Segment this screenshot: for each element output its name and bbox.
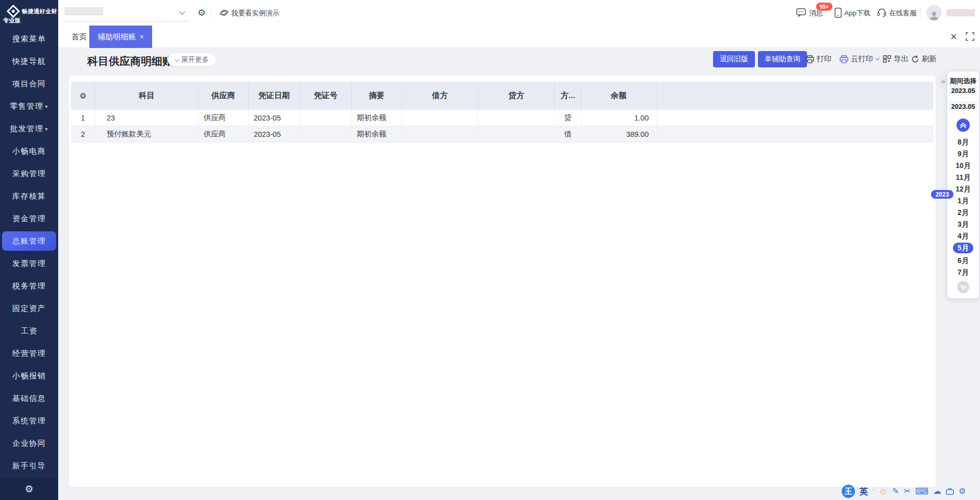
gear-icon[interactable]: ⚙: [959, 487, 966, 495]
back-to-old-version-button[interactable]: 退回旧版: [713, 51, 755, 67]
month-item[interactable]: 11月: [947, 172, 979, 183]
scissors-icon[interactable]: ✂: [904, 487, 911, 495]
org-selector-redacted[interactable]: [64, 7, 103, 15]
table-header-row: ⚙ 科目 供应商 凭证日期 凭证号 摘要 借方 贷方 方... 余额: [71, 82, 934, 110]
expand-more-button[interactable]: 展开更多: [167, 53, 216, 66]
month-item[interactable]: 3月: [947, 219, 979, 230]
double-chevron-down-icon: [960, 284, 967, 290]
cell-subject: 预付账款美元: [95, 126, 199, 142]
single-aux-query-button[interactable]: 单辅助查询: [758, 51, 807, 67]
month-item[interactable]: 9月: [947, 149, 979, 159]
sidebar-item-general-ledger[interactable]: 总账管理: [0, 230, 58, 252]
printer-icon: [805, 55, 814, 63]
sidebar-item-project-contract[interactable]: 项目合同: [0, 73, 58, 95]
toolbox-icon[interactable]: [946, 488, 954, 495]
sidebar-item-search-menu[interactable]: 搜索菜单: [0, 28, 58, 50]
table-row[interactable]: 2 预付账款美元 供应商 2023-05 期初余额 借 389.00: [71, 126, 934, 142]
period-range-start[interactable]: 2023.05: [949, 85, 977, 96]
cell-balance: 389.00: [581, 126, 656, 142]
cloud-print-button[interactable]: 云打印: [840, 54, 879, 64]
fullscreen-icon[interactable]: [966, 32, 974, 41]
sidebar-item-expense[interactable]: 小畅报销: [0, 365, 58, 387]
period-range-divider: [963, 97, 963, 100]
cell-filler: [656, 110, 934, 126]
year-badge: 2023: [931, 190, 953, 199]
main-content: 科目供应商明细账 展开更多 退回旧版 单辅助查询 打印 云打印 导出: [58, 48, 980, 500]
demo-link[interactable]: 我要看实例演示: [231, 9, 280, 18]
sidebar-item-operations[interactable]: 经营管理: [0, 342, 58, 365]
person-icon: [928, 10, 940, 20]
keyboard-icon[interactable]: ⌨: [915, 487, 928, 496]
chevron-down-icon: [875, 56, 879, 60]
caret-down-icon: ▾: [45, 104, 48, 109]
phone-icon[interactable]: [835, 8, 842, 18]
sidebar-item-invoice[interactable]: 发票管理: [0, 252, 58, 275]
sidebar-item-collaboration[interactable]: 企业协同: [0, 432, 58, 455]
col-voucher-date[interactable]: 凭证日期: [249, 82, 300, 110]
period-range-end[interactable]: 2023.05: [949, 101, 977, 111]
ime-logo[interactable]: 王: [842, 485, 855, 498]
sidebar-settings-button[interactable]: ⚙: [0, 478, 58, 500]
sidebar-item-payroll[interactable]: 工资: [0, 320, 58, 342]
cell-credit: [478, 126, 555, 142]
cell-summary: 期初余额: [352, 126, 402, 142]
sidebar-item-beginner-guide[interactable]: 新手引导: [0, 455, 58, 477]
month-item[interactable]: 8月: [947, 137, 979, 148]
column-settings-gear-icon[interactable]: ⚙: [71, 82, 95, 110]
col-direction[interactable]: 方...: [555, 82, 581, 110]
cloud-icon[interactable]: ☁: [933, 487, 941, 495]
month-item[interactable]: 10月: [947, 160, 979, 171]
online-support-link[interactable]: 在线客服: [889, 9, 917, 18]
sidebar-item-ecommerce[interactable]: 小畅电商: [0, 140, 58, 162]
sidebar-item-quick-nav[interactable]: 快捷导航: [0, 50, 58, 73]
col-credit[interactable]: 贷方: [478, 82, 555, 110]
sidebar-item-system[interactable]: 系统管理: [0, 410, 58, 432]
app-download-link[interactable]: App下载: [844, 9, 870, 18]
sidebar-item-retail[interactable]: 零售管理▾: [0, 95, 58, 117]
sidebar-item-purchase[interactable]: 采购管理: [0, 162, 58, 185]
col-subject[interactable]: 科目: [95, 82, 199, 110]
col-supplier[interactable]: 供应商: [199, 82, 249, 110]
month-item[interactable]: 7月: [947, 267, 979, 278]
close-tab-icon[interactable]: ×: [139, 33, 143, 41]
message-bubble-icon[interactable]: [796, 8, 806, 17]
ime-apostrophe-icon[interactable]: ’: [873, 488, 874, 495]
export-button[interactable]: 导出: [883, 54, 909, 64]
scroll-down-button[interactable]: [957, 281, 969, 293]
pencil-icon[interactable]: ✎: [892, 487, 899, 495]
col-voucher-no[interactable]: 凭证号: [300, 82, 352, 110]
col-debit[interactable]: 借方: [402, 82, 478, 110]
col-summary[interactable]: 摘要: [352, 82, 402, 110]
smiley-icon[interactable]: ☺: [879, 487, 888, 496]
ime-language-toggle[interactable]: 英: [860, 486, 868, 497]
export-icon: [883, 55, 891, 63]
row-number: 1: [71, 110, 95, 126]
gear-icon[interactable]: ⚙: [198, 7, 206, 18]
scroll-up-button[interactable]: [957, 118, 970, 132]
headset-icon[interactable]: [877, 8, 887, 17]
sidebar-item-funds[interactable]: 资金管理: [0, 207, 58, 230]
close-icon[interactable]: ×: [950, 29, 957, 44]
ledger-card: ⚙ 科目 供应商 凭证日期 凭证号 摘要 借方 贷方 方... 余额 1 23 …: [69, 76, 936, 487]
ime-toolbar: 王 英 ’ ☺ ✎ ✂ ⌨ ☁ ⚙: [842, 484, 966, 498]
avatar[interactable]: [926, 5, 942, 20]
sidebar-item-fixed-assets[interactable]: 固定资产: [0, 297, 58, 320]
chevron-down-icon[interactable]: [179, 9, 185, 14]
tab-aux-detail-ledger[interactable]: 辅助明细账 ×: [89, 26, 152, 48]
refresh-button[interactable]: 刷新: [911, 54, 937, 64]
cell-subject: 23: [95, 110, 199, 126]
row-number: 2: [71, 126, 95, 142]
month-item[interactable]: 4月: [947, 231, 979, 242]
month-item-selected[interactable]: 5月: [953, 243, 973, 253]
sidebar-item-tax[interactable]: 税务管理: [0, 275, 58, 297]
col-balance[interactable]: 余额: [581, 82, 656, 110]
table-row[interactable]: 1 23 供应商 2023-05 期初余额 贷 1.00: [71, 110, 934, 126]
print-button[interactable]: 打印: [805, 54, 831, 64]
sidebar-item-inventory[interactable]: 库存核算: [0, 185, 58, 207]
brand-edition: 专业版: [3, 17, 21, 25]
month-item[interactable]: 2月: [947, 207, 979, 218]
sidebar-item-wholesale[interactable]: 批发管理▾: [0, 117, 58, 140]
sidebar-item-basic-info[interactable]: 基础信息: [0, 387, 58, 410]
month-item[interactable]: 6月: [947, 255, 979, 266]
gear-icon: ⚙: [24, 483, 33, 495]
